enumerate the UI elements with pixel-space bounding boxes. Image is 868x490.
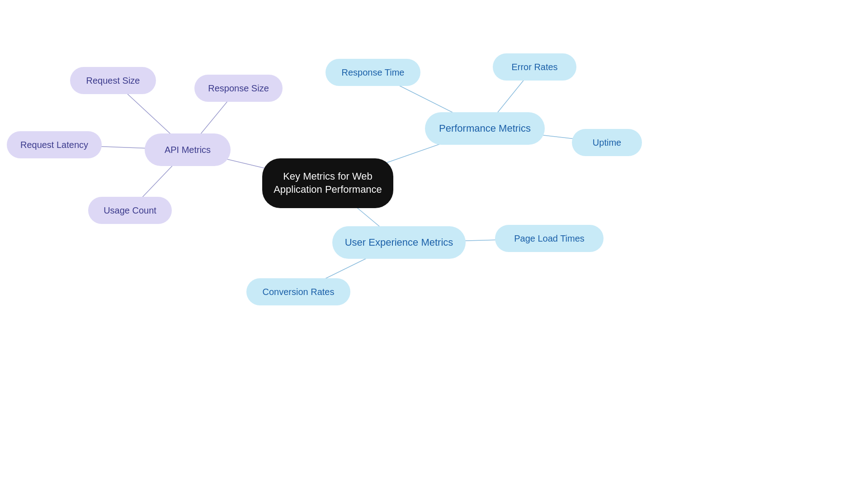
performance-metrics-node: Performance Metrics: [425, 112, 545, 145]
usage-count-label: Usage Count: [104, 205, 156, 216]
uptime-label: Uptime: [593, 138, 621, 148]
error-rates-node: Error Rates: [493, 53, 576, 81]
response-size-label: Response Size: [208, 83, 269, 94]
conversion-rates-label: Conversion Rates: [263, 287, 335, 297]
performance-metrics-label: Performance Metrics: [439, 123, 531, 134]
api-metrics-node: API Metrics: [145, 133, 231, 166]
response-time-label: Response Time: [342, 67, 405, 78]
request-size-label: Request Size: [86, 76, 140, 86]
user-experience-label: User Experience Metrics: [345, 237, 453, 248]
api-metrics-label: API Metrics: [165, 145, 211, 155]
center-node: Key Metrics for Web Application Performa…: [262, 158, 393, 208]
page-load-times-node: Page Load Times: [495, 225, 604, 252]
page-load-times-label: Page Load Times: [514, 233, 585, 244]
request-latency-node: Request Latency: [7, 131, 102, 158]
error-rates-label: Error Rates: [511, 62, 557, 72]
uptime-node: Uptime: [572, 129, 642, 156]
center-label: Key Metrics for Web Application Performa…: [274, 170, 382, 196]
usage-count-node: Usage Count: [88, 197, 172, 224]
response-time-node: Response Time: [326, 59, 420, 86]
request-latency-label: Request Latency: [20, 140, 88, 150]
conversion-rates-node: Conversion Rates: [246, 278, 350, 305]
request-size-node: Request Size: [70, 67, 156, 94]
response-size-node: Response Size: [194, 75, 283, 102]
user-experience-node: User Experience Metrics: [332, 226, 466, 259]
